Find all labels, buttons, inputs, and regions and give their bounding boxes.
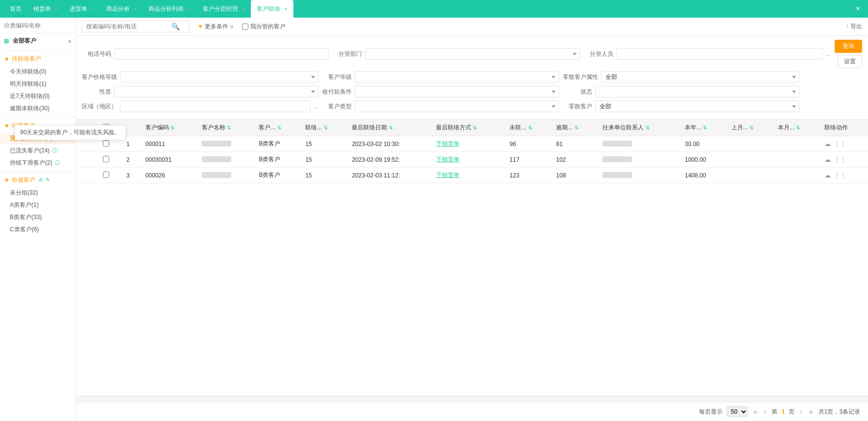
retail-attr-select[interactable]: 全部 [601,71,799,83]
per-page-select[interactable]: 50 [726,406,748,417]
sidebar-search-input[interactable] [4,22,76,29]
my-customers-checkbox-label[interactable]: 我分管的客户 [242,23,286,31]
horizontal-scrollbar[interactable] [76,396,868,402]
tab-customer-tier[interactable]: 客户分层经营 × [197,0,251,18]
row-checkbox[interactable] [98,152,121,168]
row-last-contact-date: 2023-02-03 11:12: [347,168,431,183]
top-navigation: 首页 销货单 × 进货单 × 商品分析 × 商品分析列表 × 客户分层经营 × … [0,0,868,18]
this-year-sort-icon[interactable]: ⇅ [703,125,707,130]
tab-customer-contact[interactable]: 客户联络 × [251,0,293,18]
row-last-contact-method[interactable]: 下销货单 [431,168,505,183]
sidebar-item-c-class[interactable]: C类客户(6) [0,223,75,236]
type-sort-icon[interactable]: ⇅ [277,125,281,130]
row-checkbox[interactable] [98,168,121,183]
region-input[interactable] [120,100,311,112]
this-month-sort-icon[interactable]: ⇅ [796,125,800,130]
sidebar-item-b-class[interactable]: B类客户(33) [0,211,75,223]
sidebar-group-value[interactable]: ▼ 价值客户 ↺ ✎ [0,173,75,187]
export-icon: ↑ [846,23,849,30]
my-customers-checkbox[interactable] [242,24,248,30]
query-button[interactable]: 查询 [835,40,862,53]
unit-contact-sort-icon[interactable]: ⇅ [646,125,650,130]
overdue-sort-icon[interactable]: ⇅ [575,125,579,130]
name-sort-icon[interactable]: ⇅ [227,125,231,130]
tab-sales[interactable]: 销货单 × [27,0,64,18]
nature-select[interactable] [114,86,318,98]
sidebar-item-ungrouped[interactable]: 未分组(32) [0,187,75,199]
action-more-icon[interactable]: ⋮⋮ [834,140,846,148]
sidebar-item-overdue-pending[interactable]: 逾期未联络(30) [0,102,75,115]
dept-field: 分管部门 [333,48,579,60]
last-page-button[interactable]: » [808,408,815,416]
refresh-icon[interactable]: ↺ [38,177,43,183]
manager-dots[interactable]: ... [826,50,831,57]
price-tier-select[interactable] [120,71,318,83]
edit-icon[interactable]: ✎ [46,177,50,183]
dept-select[interactable] [365,48,579,60]
row-this-year: 1408.00 [680,168,726,183]
contact-sort-icon[interactable]: ⇅ [324,125,328,130]
retail-customer-select[interactable]: 全部 [595,100,799,112]
action-contact-icon[interactable]: ☁ [824,156,831,163]
nature-field: 性质 [82,86,318,98]
sidebar-item-declining[interactable]: 持续下滑客户(2) ⓘ [0,157,75,169]
collapse-button[interactable]: « [68,38,72,45]
manager-field: 分管人员 ... [584,48,831,60]
tab-product-analysis[interactable]: 商品分析 × [100,0,143,18]
manager-input[interactable] [616,48,823,60]
prev-page-button[interactable]: ‹ [763,408,768,416]
action-contact-icon[interactable]: ☁ [824,172,831,179]
name-column-header: 客户名称 ⇅ [197,120,254,136]
close-product-analysis-tab[interactable]: × [134,6,137,12]
payment-select[interactable] [355,86,559,98]
action-contact-icon[interactable]: ☁ [824,140,831,148]
row-last-contact-method[interactable]: 下销货单 [431,136,505,152]
row-this-month [773,136,820,152]
all-customers-header[interactable]: ⊞ 全部客户 « [0,34,75,48]
close-purchase-tab[interactable]: × [91,6,94,12]
last-contact-date-column-header: 最后联络日期 ⇅ [347,120,431,136]
row-code: 000026 [141,168,197,183]
code-sort-icon[interactable]: ⇅ [170,125,174,130]
action-more-icon[interactable]: ⋮⋮ [834,172,846,179]
sidebar-item-lost[interactable]: 已流失客户(24) ⓘ [0,145,75,157]
retail-attr-field: 零散客户属性 全部 [563,71,799,83]
toolbar: 🔍 ▼ 更多条件 ∨ 我分管的客户 ↑ 导出 [76,18,868,36]
last-method-sort-icon[interactable]: ⇅ [473,125,477,130]
status-select[interactable] [595,86,799,98]
tab-product-list[interactable]: 商品分析列表 × [143,0,196,18]
more-filters-button[interactable]: ▼ 更多条件 ∨ [193,21,238,32]
next-page-button[interactable]: › [798,408,804,416]
close-sales-tab[interactable]: × [55,6,58,12]
not-contacted-sort-icon[interactable]: ⇅ [528,125,532,130]
sidebar-group-pending[interactable]: ▼ 待联络客户 [0,52,75,66]
last-date-sort-icon[interactable]: ⇅ [389,125,393,130]
pagination-bar: 每页显示 50 « ‹ 第 1 页 › » 共1页，3条记录 [76,402,868,421]
action-more-icon[interactable]: ⋮⋮ [834,156,846,163]
close-product-list-tab[interactable]: × [188,6,191,12]
row-gear-cell [76,168,98,183]
sidebar-item-week-pending[interactable]: 近7天待联络(0) [0,90,75,102]
row-type: B类客户 [254,136,300,152]
tab-purchase[interactable]: 进货单 × [64,0,100,18]
sidebar-item-tomorrow-pending[interactable]: 明天待联络(1) [0,78,75,90]
phone-input[interactable] [114,48,329,60]
region-dots[interactable]: ... [313,103,318,110]
close-customer-tier-tab[interactable]: × [242,6,245,12]
tab-home[interactable]: 首页 [4,0,27,18]
search-input[interactable] [86,23,169,30]
customer-type-select[interactable] [355,100,559,112]
sidebar-item-today-pending[interactable]: 今天待联络(0) [0,66,75,78]
export-button[interactable]: ↑ 导出 [846,23,862,31]
sidebar-item-a-class[interactable]: A类客户(1) [0,199,75,211]
close-customer-contact-tab[interactable]: × [284,6,287,12]
row-last-contact-method[interactable]: 下销货单 [431,152,505,168]
customer-level-select[interactable] [355,71,559,83]
row-gear-cell [76,152,98,168]
first-page-button[interactable]: « [752,408,759,416]
last-month-sort-icon[interactable]: ⇅ [749,125,753,130]
row-last-month [726,168,773,183]
settings-button[interactable]: 设置 [838,55,862,68]
close-all-button[interactable]: × [852,4,864,13]
row-unit-contact [598,136,680,152]
